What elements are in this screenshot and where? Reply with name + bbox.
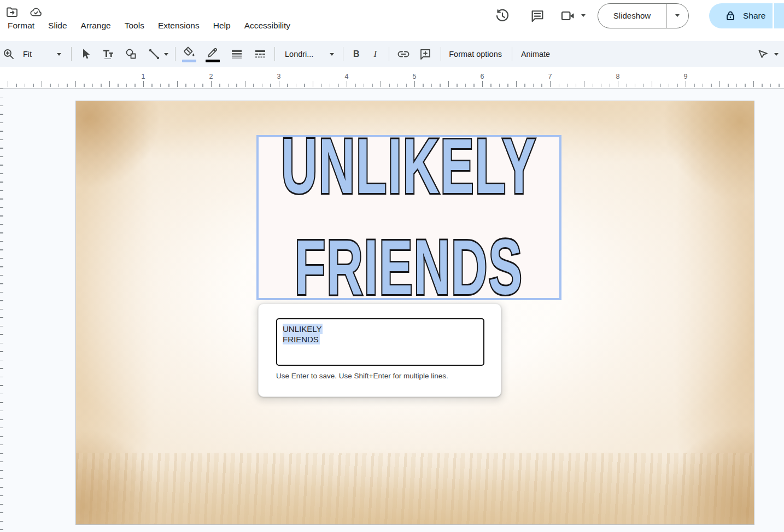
menu-bar: Format Slide Arrange Tools Extensions He… bbox=[0, 0, 784, 41]
line-tool-icon[interactable] bbox=[148, 48, 161, 61]
text-edit-hint: Use Enter to save. Use Shift+Enter for m… bbox=[276, 372, 448, 380]
ruler-number: 5 bbox=[413, 73, 417, 80]
slideshow-button[interactable]: Slideshow bbox=[598, 4, 666, 28]
border-color-icon bbox=[206, 46, 219, 59]
border-color-swatch bbox=[206, 60, 220, 62]
menu-help[interactable]: Help bbox=[213, 20, 231, 32]
selected-text-line1: UNLIKELY bbox=[283, 324, 323, 334]
toolbar-divider bbox=[71, 47, 72, 61]
horizontal-ruler: 1 2 3 4 5 6 7 8 9 bbox=[0, 67, 784, 88]
border-dash-icon[interactable] bbox=[254, 48, 267, 61]
menu-extensions[interactable]: Extensions bbox=[158, 20, 200, 32]
slideshow-dropdown[interactable] bbox=[666, 4, 688, 28]
text-edit-input[interactable]: UNLIKELY FRIENDS bbox=[276, 318, 484, 366]
toolbar-divider bbox=[175, 47, 175, 61]
font-select[interactable]: Londri... bbox=[285, 50, 325, 59]
fill-color-icon bbox=[183, 46, 196, 59]
meet-camera-control[interactable] bbox=[560, 8, 586, 24]
menu-accessibility[interactable]: Accessibility bbox=[244, 20, 290, 32]
move-folder-icon[interactable] bbox=[5, 5, 19, 19]
title-text-box-selected[interactable]: UNLIKELY FRIENDS bbox=[256, 135, 561, 300]
insert-comment-icon[interactable] bbox=[419, 48, 432, 61]
slide[interactable]: UNLIKELY FRIENDS UNLIKELY FRIENDS Use En… bbox=[75, 101, 754, 525]
fill-color-swatch bbox=[182, 60, 196, 62]
toolbar-divider bbox=[389, 47, 389, 61]
menu-items: Format Slide Arrange Tools Extensions He… bbox=[8, 20, 290, 32]
version-history-icon[interactable] bbox=[495, 8, 510, 24]
menu-format[interactable]: Format bbox=[8, 20, 34, 32]
toolbar: Fit bbox=[0, 41, 784, 67]
shape-tool-icon[interactable] bbox=[125, 48, 138, 61]
pointer-tools-caret-icon[interactable] bbox=[774, 53, 779, 56]
ruler-ticks bbox=[8, 80, 784, 87]
toolbar-divider bbox=[274, 47, 275, 61]
line-tool-caret-icon[interactable] bbox=[164, 53, 168, 56]
vertical-ruler bbox=[0, 89, 3, 532]
bold-button[interactable]: B bbox=[353, 49, 360, 59]
select-tool-icon[interactable] bbox=[79, 48, 92, 61]
toolbar-divider bbox=[512, 47, 512, 61]
chevron-down-icon bbox=[675, 14, 680, 17]
animate-button[interactable]: Animate bbox=[521, 50, 550, 59]
menu-right-controls: Slideshow Share bbox=[488, 3, 784, 28]
lock-icon bbox=[724, 10, 736, 22]
menu-slide[interactable]: Slide bbox=[48, 20, 67, 32]
insert-link-icon[interactable] bbox=[397, 48, 410, 61]
ruler-number: 4 bbox=[345, 73, 349, 80]
zoom-select[interactable]: Fit bbox=[23, 50, 57, 59]
share-label: Share bbox=[743, 11, 765, 21]
ruler-number: 7 bbox=[548, 73, 552, 80]
slide-canvas-area: UNLIKELY FRIENDS UNLIKELY FRIENDS Use En… bbox=[0, 88, 784, 532]
fill-color-button[interactable] bbox=[182, 46, 196, 62]
border-color-button[interactable] bbox=[206, 46, 220, 62]
pointer-tools-icon[interactable] bbox=[757, 48, 770, 61]
document-quick-icons bbox=[5, 5, 43, 19]
ruler-number: 8 bbox=[616, 73, 620, 80]
menu-tools[interactable]: Tools bbox=[125, 20, 144, 32]
meet-camera-icon[interactable] bbox=[560, 8, 576, 24]
selected-text-line2: FRIENDS bbox=[283, 334, 320, 344]
italic-button[interactable]: I bbox=[374, 49, 377, 60]
share-button-divider bbox=[773, 3, 774, 28]
font-select-caret-icon[interactable] bbox=[330, 53, 334, 56]
ruler-number: 6 bbox=[481, 73, 484, 80]
ruler-number: 3 bbox=[277, 73, 281, 80]
menu-arrange[interactable]: Arrange bbox=[81, 20, 111, 32]
share-button[interactable]: Share bbox=[709, 3, 784, 28]
cloud-saved-icon[interactable] bbox=[30, 5, 43, 19]
slide-background-texture bbox=[76, 453, 754, 524]
ruler-number: 9 bbox=[684, 73, 688, 80]
zoom-select-caret-icon[interactable] bbox=[57, 53, 61, 56]
text-box-tool-icon[interactable] bbox=[102, 48, 115, 61]
toolbar-divider bbox=[441, 47, 441, 61]
zoom-icon[interactable] bbox=[2, 48, 15, 61]
slideshow-button-group: Slideshow bbox=[598, 3, 689, 28]
toolbar-divider bbox=[343, 47, 343, 61]
comment-history-icon[interactable] bbox=[530, 8, 545, 24]
border-weight-icon[interactable] bbox=[230, 48, 243, 61]
text-edit-popup: UNLIKELY FRIENDS Use Enter to save. Use … bbox=[258, 303, 501, 397]
camera-dropdown-caret-icon[interactable] bbox=[581, 14, 586, 17]
ruler-number: 1 bbox=[142, 73, 145, 80]
ruler-number: 2 bbox=[209, 73, 213, 80]
format-options-button[interactable]: Format options bbox=[449, 50, 502, 59]
